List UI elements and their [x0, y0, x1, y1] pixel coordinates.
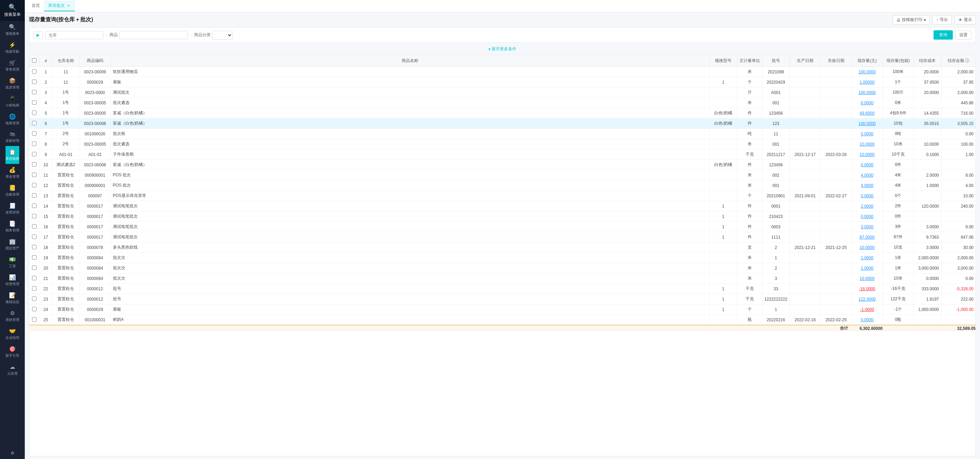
cell-qty[interactable]: 4.0000	[852, 180, 883, 191]
cell-qty[interactable]: 100.0000	[852, 67, 883, 77]
cell-qty[interactable]: 0.0000	[852, 315, 883, 325]
wholesale-icon: 📦	[9, 78, 16, 84]
cell-checkbox[interactable]	[29, 242, 40, 253]
sidebar-item-mini[interactable]: 📱小程电商	[5, 92, 19, 110]
cell-checkbox[interactable]	[29, 294, 40, 304]
cell-qty[interactable]: 1.00000	[852, 77, 883, 88]
tab-batch-close[interactable]: ✕	[66, 3, 71, 8]
cell-checkbox[interactable]	[29, 77, 40, 88]
product-input[interactable]	[119, 31, 188, 39]
cell-checkbox[interactable]	[29, 212, 40, 222]
sidebar-item-invoice[interactable]: 🧾发票管理	[5, 200, 19, 218]
sidebar-item-basic[interactable]: 📝基础信息	[5, 289, 19, 307]
cell-checkbox[interactable]	[29, 129, 40, 139]
cell-qty[interactable]: 122.0000	[852, 294, 883, 304]
cell-checkbox[interactable]	[29, 67, 40, 77]
cell-checkbox[interactable]	[29, 315, 40, 325]
cell-checkbox[interactable]	[29, 88, 40, 98]
cell-checkbox[interactable]	[29, 273, 40, 284]
cell-checkbox[interactable]	[29, 180, 40, 191]
sidebar-item-retail[interactable]: 🛒零售管理	[5, 57, 19, 75]
export-btn[interactable]: ↑ 导出	[932, 15, 952, 24]
cell-qty[interactable]: -1.0000	[852, 304, 883, 315]
cell-unit: 个	[737, 304, 762, 315]
cell-qty[interactable]: 1.0000	[852, 253, 883, 263]
cell-checkbox[interactable]	[29, 263, 40, 273]
cell-qty[interactable]: 0.0000	[852, 212, 883, 222]
cell-qty[interactable]: 4.0000	[852, 170, 883, 180]
table-row: 24 置置粒仓 0000029 展板 1 个 1 -1.0000 -1个 1,0…	[29, 304, 975, 315]
cell-warehouse: A01-01	[52, 150, 80, 160]
sidebar-item-cloud[interactable]: ☁云应用	[5, 361, 19, 379]
cell-checkbox[interactable]	[29, 160, 40, 170]
cell-checkbox[interactable]	[29, 222, 40, 232]
cell-checkbox[interactable]	[29, 201, 40, 212]
cell-qty[interactable]: 10.0000	[852, 139, 883, 150]
display-btn[interactable]: 👁 显示	[955, 15, 976, 24]
sidebar-item-system[interactable]: ⚙系统管理	[5, 307, 19, 325]
search-btn[interactable]: 查询	[934, 30, 953, 40]
cell-qty[interactable]: 100.0000	[852, 118, 883, 129]
sidebar-item-guide[interactable]: 🎯新手引导	[5, 343, 19, 361]
sidebar-logo[interactable]: 🔍 搜索菜单	[0, 0, 25, 21]
cell-name: 富减（白色/奶橘）	[110, 108, 710, 118]
cell-checkbox[interactable]	[29, 150, 40, 160]
cell-qty[interactable]: 0.0000	[852, 160, 883, 170]
cell-exp	[821, 118, 852, 129]
tab-home[interactable]: 首页	[27, 1, 44, 11]
cell-qty[interactable]: 100.0000	[852, 88, 883, 98]
table-row: 23 置置粒仓 0000012 批号 1 千克 1222222222 122.0…	[29, 294, 975, 304]
cell-qty[interactable]: 10.0000	[852, 242, 883, 253]
cell-qty[interactable]: 0.0000	[852, 191, 883, 201]
cell-qty[interactable]: 1.0000	[852, 263, 883, 273]
sidebar-item-search[interactable]: 🔍搜索菜单	[5, 21, 19, 39]
cell-qty[interactable]: 3.0000	[852, 222, 883, 232]
sidebar-item-collab[interactable]: 🤝企业协同	[5, 325, 19, 343]
category-select[interactable]	[212, 31, 233, 40]
cell-qty[interactable]: 0.0000	[852, 129, 883, 139]
cell-qty[interactable]: 10.0000	[852, 150, 883, 160]
cell-qty[interactable]: -16.0000	[852, 284, 883, 294]
sidebar-item-purchase[interactable]: 🛍采购管理	[5, 128, 19, 146]
sidebar-item-inventory[interactable]: 📋库存核查	[5, 146, 19, 164]
th-checkbox[interactable]	[29, 55, 40, 67]
cell-unit: 瓶	[737, 315, 762, 325]
cell-checkbox[interactable]	[29, 98, 40, 108]
warehouse-input[interactable]	[45, 31, 103, 39]
cell-exp	[821, 170, 852, 180]
sidebar-item-quicknav[interactable]: ⚡快捷导航	[5, 39, 19, 57]
sidebar-item-assets[interactable]: 💰资金管理	[5, 164, 19, 182]
sidebar-settings-btn[interactable]: ⚙	[0, 447, 25, 459]
cell-checkbox[interactable]	[29, 108, 40, 118]
expand-more-btn[interactable]: ▾ 展开更多条件	[488, 46, 516, 52]
cell-checkbox[interactable]	[29, 232, 40, 242]
filter-settings-btn[interactable]: 设置	[956, 30, 971, 40]
cell-qty[interactable]: 0.0000	[852, 98, 883, 108]
sidebar-item-payroll[interactable]: 💵工资	[5, 253, 19, 271]
cell-checkbox[interactable]	[29, 170, 40, 180]
select-all-checkbox[interactable]	[32, 58, 37, 63]
cell-qty[interactable]: 2.0000	[852, 201, 883, 212]
cell-checkbox[interactable]	[29, 304, 40, 315]
cell-qty[interactable]: 49.6000	[852, 108, 883, 118]
cell-checkbox[interactable]	[29, 139, 40, 150]
sidebar-item-general[interactable]: 📒总账管理	[5, 182, 19, 200]
cell-checkbox[interactable]	[29, 284, 40, 294]
cell-checkbox[interactable]	[29, 253, 40, 263]
print-btn[interactable]: 🖨 按模板打印 ▾	[892, 15, 930, 24]
cell-qty[interactable]: 87.0000	[852, 232, 883, 242]
sidebar-item-ecom[interactable]: 🌐电商管理	[5, 110, 19, 128]
tab-batch[interactable]: 库存批次 ✕	[44, 1, 75, 11]
sidebar-item-wholesale[interactable]: 📦批发管理	[5, 75, 19, 92]
cell-batch: 2	[762, 263, 790, 273]
sidebar-item-tax[interactable]: 📑税务管理	[5, 218, 19, 236]
sidebar-item-fixed[interactable]: 🏢固定资产	[5, 236, 19, 253]
filter-expand-btn[interactable]: ▶	[33, 31, 43, 39]
cell-qty[interactable]: 10.0000	[852, 273, 883, 284]
cell-qty2: 122千克	[883, 294, 913, 304]
cell-checkbox[interactable]	[29, 191, 40, 201]
cell-checkbox[interactable]	[29, 118, 40, 129]
table-container[interactable]: # 仓库名称 商品编码 商品名称 规格型号 主计量单位 批号 生产日期 失效日期…	[29, 55, 976, 456]
sidebar-item-mgmt[interactable]: 📊经营管理	[5, 271, 19, 289]
cell-exp	[821, 273, 852, 284]
